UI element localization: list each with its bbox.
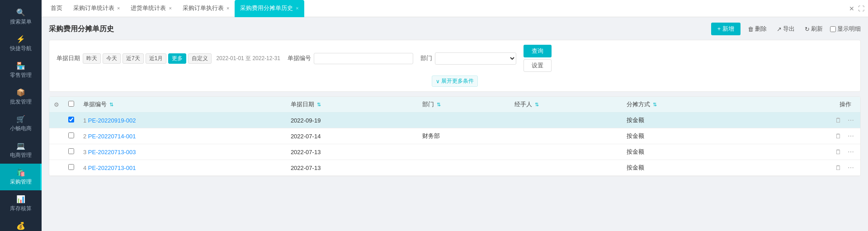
tab-purchase-cost-split[interactable]: 采购费用分摊单历史×	[235, 0, 304, 17]
row-edit-icon-1[interactable]: 🗒	[833, 132, 843, 141]
table-row: 2 PE-20220714-001 2022-07-14 财务部 按金额 🗒 ⋯	[49, 128, 860, 144]
row-ops-2: 🗒 ⋯	[754, 144, 860, 160]
sidebar: 🔍搜索菜单⚡快捷导航🏪零售管理📦批发管理🛒小畅电商💻电商管理🛍️采购管理📊库存核…	[0, 0, 42, 231]
pill-custom[interactable]: 自定义	[188, 53, 212, 64]
row-more-icon-2[interactable]: ⋯	[846, 147, 856, 156]
row-checkbox-2[interactable]	[68, 148, 74, 154]
sidebar-item-mini-ecom[interactable]: 🛒小畅电商	[0, 110, 42, 137]
pill-more[interactable]: 更多	[168, 53, 186, 64]
row-num-1: 2	[83, 133, 86, 140]
sidebar-label-purchase: 采购管理	[10, 179, 32, 185]
row-docnum-2: 3 PE-20220713-003	[79, 144, 286, 160]
row-gear-3	[49, 160, 64, 176]
export-icon: ↗	[777, 26, 782, 33]
row-checkbox-cell-0	[64, 113, 79, 128]
sort-docdate-icon[interactable]: ⇅	[317, 102, 321, 107]
row-ops-0: 🗒 ⋯	[754, 113, 860, 128]
show-cols-checkbox[interactable]	[830, 26, 836, 32]
tab-home[interactable]: 首页	[45, 0, 68, 17]
dept-select[interactable]: 财务部	[435, 52, 516, 65]
th-handler: 经手人 ⇅	[510, 97, 622, 113]
tab-close-inbound-stats[interactable]: ×	[169, 5, 171, 11]
table-header-row: ⚙ 单据编号 ⇅ 单据日期 ⇅ 部门	[49, 97, 860, 113]
row-split-0: 按金额	[622, 113, 754, 128]
query-button[interactable]: 查询	[524, 45, 552, 57]
sidebar-item-ecom[interactable]: 💻电商管理	[0, 137, 42, 164]
sidebar-label-quick-nav: 快捷导航	[10, 45, 32, 52]
date-range-text: 2022-01-01 至 2022-12-31	[216, 55, 280, 62]
sort-docnum-icon[interactable]: ⇅	[109, 102, 113, 107]
show-cols-button[interactable]: 显示明细	[830, 25, 861, 33]
sidebar-item-inventory[interactable]: 📊库存核算	[0, 190, 42, 217]
th-ops: 操作	[754, 97, 860, 113]
row-docnum-link-0[interactable]: PE-20220919-002	[88, 117, 136, 124]
tab-inbound-stats[interactable]: 进货单统计表×	[125, 0, 177, 17]
row-ops-1: 🗒 ⋯	[754, 128, 860, 144]
sidebar-icon-wholesale: 📦	[2, 88, 40, 97]
row-more-icon-3[interactable]: ⋯	[846, 163, 856, 172]
row-split-2: 按金额	[622, 144, 754, 160]
sort-split-icon[interactable]: ⇅	[653, 102, 657, 107]
row-gear-2	[49, 144, 64, 160]
search-area: 单据日期 昨天 今天 近7天 近1月 更多 自定义 2022-01-01 至 2…	[49, 40, 861, 92]
sidebar-item-quick-nav[interactable]: ⚡快捷导航	[0, 30, 42, 57]
row-docdate-1: 2022-07-14	[286, 128, 418, 144]
row-checkbox-cell-1	[64, 128, 79, 144]
maximize-icon[interactable]: ⛶	[858, 5, 864, 12]
row-checkbox-3[interactable]	[68, 164, 74, 170]
tab-close-purchase-order-exec[interactable]: ×	[226, 5, 229, 11]
page-content: 采购费用分摊单历史 + 新增 🗑 删除 ↗ 导出 ↻ 刷新 显示明细	[42, 17, 868, 231]
gear-column[interactable]: ⚙	[49, 97, 64, 113]
row-docdate-0: 2022-09-19	[286, 113, 418, 128]
th-docnum: 单据编号 ⇅	[79, 97, 286, 113]
row-dept-0	[418, 113, 510, 128]
sidebar-label-ecom: 电商管理	[10, 152, 32, 158]
sidebar-item-retail[interactable]: 🏪零售管理	[0, 57, 42, 84]
setting-button[interactable]: 设置	[524, 59, 552, 72]
toolbar: + 新增 🗑 删除 ↗ 导出 ↻ 刷新 显示明细	[711, 23, 861, 35]
close-icon[interactable]: ✕	[849, 5, 854, 12]
row-docnum-link-2[interactable]: PE-20220713-003	[88, 149, 136, 156]
add-button[interactable]: + 新增	[711, 23, 741, 35]
delete-button[interactable]: 🗑 删除	[745, 23, 769, 35]
export-button[interactable]: ↗ 导出	[774, 23, 797, 35]
row-edit-icon-0[interactable]: 🗒	[833, 116, 843, 125]
sidebar-item-purchase[interactable]: 🛍️采购管理	[0, 164, 42, 190]
row-more-icon-1[interactable]: ⋯	[846, 132, 856, 141]
data-table: ⚙ 单据编号 ⇅ 单据日期 ⇅ 部门	[49, 96, 861, 176]
table-row: 1 PE-20220919-002 2022-09-19 按金额 🗒 ⋯	[49, 113, 860, 128]
dept-label: 部门	[420, 54, 432, 62]
select-all-checkbox[interactable]	[68, 101, 74, 107]
tab-close-purchase-cost-split[interactable]: ×	[296, 5, 298, 11]
tab-purchase-order-exec[interactable]: 采购订单执行表×	[177, 0, 235, 17]
pill-7days[interactable]: 近7天	[123, 53, 144, 64]
row-docnum-link-1[interactable]: PE-20220714-001	[88, 133, 136, 140]
refresh-button[interactable]: ↻ 刷新	[802, 23, 826, 35]
row-checkbox-cell-2	[64, 144, 79, 160]
sidebar-item-wholesale[interactable]: 📦批发管理	[0, 84, 42, 110]
tab-label-inbound-stats: 进货单统计表	[131, 4, 166, 12]
row-ops-3: 🗒 ⋯	[754, 160, 860, 176]
tab-close-purchase-order-stats[interactable]: ×	[117, 5, 120, 11]
sidebar-item-search[interactable]: 🔍搜索菜单	[0, 4, 42, 30]
pill-yesterday[interactable]: 昨天	[83, 53, 101, 64]
docnum-input[interactable]	[314, 53, 413, 64]
row-checkbox-1[interactable]	[68, 132, 74, 138]
expand-button[interactable]: ∨ 展开更多条件	[432, 75, 478, 87]
sidebar-item-finance[interactable]: 💰资金管理	[0, 217, 42, 231]
sidebar-label-mini-ecom: 小畅电商	[10, 125, 32, 132]
row-checkbox-0[interactable]	[68, 117, 74, 123]
sort-handler-icon[interactable]: ⇅	[535, 102, 539, 107]
tab-purchase-order-stats[interactable]: 采购订单统计表×	[68, 0, 125, 17]
sort-dept-icon[interactable]: ⇅	[437, 102, 441, 107]
pill-today[interactable]: 今天	[103, 53, 121, 64]
sidebar-label-wholesale: 批发管理	[10, 99, 32, 105]
row-more-icon-0[interactable]: ⋯	[846, 116, 856, 125]
row-edit-icon-2[interactable]: 🗒	[833, 147, 843, 156]
pill-1month[interactable]: 近1月	[146, 53, 167, 64]
row-gear-0	[49, 113, 64, 128]
row-edit-icon-3[interactable]: 🗒	[833, 163, 843, 172]
row-handler-2	[510, 144, 622, 160]
row-docnum-link-3[interactable]: PE-20220713-001	[88, 165, 136, 171]
row-docdate-2: 2022-07-13	[286, 144, 418, 160]
